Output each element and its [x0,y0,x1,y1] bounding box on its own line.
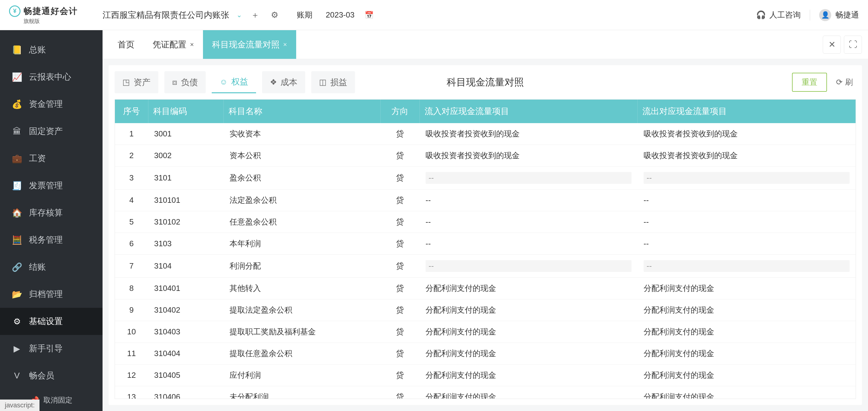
cell-outflow[interactable]: 分配利润支付的现金 [638,386,856,399]
tab-0[interactable]: 首页 [108,30,144,59]
tab-1[interactable]: 凭证配置× [144,30,203,59]
cell-inflow[interactable]: -- [420,255,638,277]
cell-inflow[interactable]: 分配利润支付的现金 [420,386,638,399]
table-row[interactable]: 9310402提取法定盈余公积贷分配利润支付的现金分配利润支付的现金 [115,299,856,321]
add-icon[interactable]: ＋ [249,9,261,21]
cell-index: 6 [115,233,148,255]
subtab-3[interactable]: ❖成本 [262,71,305,93]
subtab-0[interactable]: ◳资产 [115,71,158,93]
sidebar-item-0[interactable]: 📒总账 [0,36,102,63]
cashflow-table: 序号 科目编码 科目名称 方向 流入对应现金流量项目 流出对应现金流量项目 13… [115,99,856,399]
close-tab-button[interactable]: ✕ [823,36,841,54]
cell-outflow[interactable]: 分配利润支付的现金 [638,299,856,321]
sidebar-icon: 📂 [12,289,22,299]
cell-name: 提取职工奖励及福利基金 [223,321,380,343]
table-row[interactable]: 11310404提取任意盈余公积贷分配利润支付的现金分配利润支付的现金 [115,343,856,364]
cell-inflow[interactable]: 分配利润支付的现金 [420,299,638,321]
sidebar-item-5[interactable]: 🧾发票管理 [0,172,102,199]
subtab-2[interactable]: ☺权益 [212,71,256,93]
headset-icon: 🎧 [756,10,766,20]
consult-link[interactable]: 🎧 人工咨询 [756,10,801,20]
close-icon[interactable]: × [283,41,287,49]
cell-inflow[interactable]: 分配利润支付的现金 [420,321,638,343]
sidebar-item-7[interactable]: 🧮税务管理 [0,226,102,254]
cell-outflow[interactable]: -- [638,255,856,277]
cell-outflow[interactable]: 吸收投资者投资收到的现金 [638,145,856,167]
tab-2[interactable]: 科目现金流量对照× [203,30,296,59]
sidebar-item-2[interactable]: 💰资金管理 [0,91,102,118]
cell-outflow[interactable]: 分配利润支付的现金 [638,364,856,386]
cell-inflow[interactable]: 分配利润支付的现金 [420,364,638,386]
calendar-icon[interactable]: 📅 [365,11,374,19]
cell-outflow[interactable]: 吸收投资者投资收到的现金 [638,123,856,145]
sidebar-item-9[interactable]: 📂归档管理 [0,281,102,308]
cell-outflow[interactable]: -- [638,211,856,233]
cell-direction: 贷 [380,211,420,233]
sidebar-item-6[interactable]: 🏠库存核算 [0,199,102,226]
content-panel: ◳资产⧈负债☺权益❖成本◫损益 科目现金流量对照 重置 ⟳ 刷 序号 科目编码 … [108,65,862,405]
cell-outflow[interactable]: -- [638,167,856,189]
cell-outflow[interactable]: -- [638,233,856,255]
company-selector[interactable]: 江西服宝精品有限责任公司内账张 [102,9,229,21]
table-row[interactable]: 13310406未分配利润贷分配利润支付的现金分配利润支付的现金 [115,386,856,399]
table-row[interactable]: 73104利润分配贷---- [115,255,856,277]
page-title: 科目现金流量对照 [447,76,524,89]
subtab-1[interactable]: ⧈负债 [164,71,206,93]
table-row[interactable]: 23002资本公积贷吸收投资者投资收到的现金吸收投资者投资收到的现金 [115,145,856,167]
cell-outflow[interactable]: -- [638,189,856,211]
cell-inflow[interactable]: -- [420,211,638,233]
cell-name: 应付利润 [223,364,380,386]
sidebar: 📒总账📈云报表中心💰资金管理🏛固定资产💼工资🧾发票管理🏠库存核算🧮税务管理🔗结账… [0,30,102,411]
cell-inflow[interactable]: -- [420,189,638,211]
table-row[interactable]: 13001实收资本贷吸收投资者投资收到的现金吸收投资者投资收到的现金 [115,123,856,145]
refresh-icon: ⟳ [836,78,843,87]
sidebar-item-10[interactable]: ⚙基础设置 [0,308,102,335]
cell-outflow[interactable]: 分配利润支付的现金 [638,277,856,299]
sidebar-item-label: 云报表中心 [29,71,71,83]
sidebar-item-8[interactable]: 🔗结账 [0,254,102,281]
cell-inflow[interactable]: 分配利润支付的现金 [420,277,638,299]
cell-outflow[interactable]: 分配利润支付的现金 [638,321,856,343]
sidebar-item-11[interactable]: ▶新手引导 [0,335,102,362]
cell-code: 310402 [148,299,223,321]
cell-inflow[interactable]: 吸收投资者投资收到的现金 [420,123,638,145]
cell-inflow[interactable]: -- [420,233,638,255]
table-container: 序号 科目编码 科目名称 方向 流入对应现金流量项目 流出对应现金流量项目 13… [115,99,856,399]
cell-direction: 贷 [380,386,420,399]
cell-inflow[interactable]: 分配利润支付的现金 [420,343,638,364]
sidebar-icon: ▶ [12,344,22,353]
subtab-label: 资产 [134,77,151,88]
cell-name: 盈余公积 [223,167,380,189]
table-row[interactable]: 8310401其他转入贷分配利润支付的现金分配利润支付的现金 [115,277,856,299]
subtab-icon: ❖ [270,78,277,87]
chevron-down-icon[interactable]: ⌄ [237,11,242,19]
subtab-4[interactable]: ◫损益 [311,71,355,93]
sidebar-item-12[interactable]: V畅会员 [0,362,102,389]
period-label: 账期 [297,10,312,20]
cell-inflow[interactable]: -- [420,167,638,189]
sidebar-item-4[interactable]: 💼工资 [0,145,102,172]
cell-outflow[interactable]: 分配利润支付的现金 [638,343,856,364]
tab-label: 科目现金流量对照 [212,39,280,50]
period-value[interactable]: 2023-03 [326,10,354,20]
table-row[interactable]: 33101盈余公积贷---- [115,167,856,189]
table-row[interactable]: 63103本年利润贷---- [115,233,856,255]
cell-name: 资本公积 [223,145,380,167]
close-icon[interactable]: × [190,41,194,49]
gear-icon[interactable]: ⚙ [269,10,280,20]
table-row[interactable]: 10310403提取职工奖励及福利基金贷分配利润支付的现金分配利润支付的现金 [115,321,856,343]
cell-inflow[interactable]: 吸收投资者投资收到的现金 [420,145,638,167]
fullscreen-button[interactable]: ⛶ [844,36,862,54]
subtab-icon: ⧈ [172,78,177,87]
sidebar-item-3[interactable]: 🏛固定资产 [0,118,102,145]
cell-code: 310102 [148,211,223,233]
subtab-row: ◳资产⧈负债☺权益❖成本◫损益 科目现金流量对照 重置 ⟳ 刷 [108,65,862,93]
table-row[interactable]: 5310102任意盈余公积贷---- [115,211,856,233]
table-row[interactable]: 4310101法定盈余公积贷---- [115,189,856,211]
table-row[interactable]: 12310405应付利润贷分配利润支付的现金分配利润支付的现金 [115,364,856,386]
refresh-button[interactable]: ⟳ 刷 [833,77,856,88]
user-menu[interactable]: 👤 畅捷通 [819,9,859,21]
cell-code: 3103 [148,233,223,255]
reset-button[interactable]: 重置 [792,73,827,92]
sidebar-item-1[interactable]: 📈云报表中心 [0,63,102,91]
